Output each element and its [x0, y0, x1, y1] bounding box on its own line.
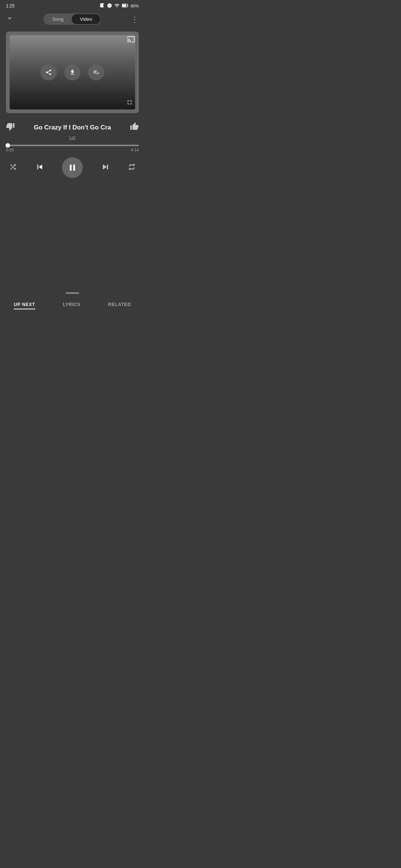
status-time: 1:25	[6, 3, 14, 9]
svg-rect-1	[122, 4, 126, 7]
video-action-buttons	[40, 64, 104, 80]
song-title: Go Crazy If I Don't Go Cra	[18, 124, 127, 131]
battery-icon	[122, 3, 128, 9]
add-to-queue-button[interactable]	[88, 64, 104, 80]
view-toggle: Song Video	[43, 13, 101, 25]
minus-circle-icon	[107, 3, 112, 9]
drawer-handle[interactable]	[66, 292, 79, 294]
more-options-button[interactable]: ⋮	[131, 15, 139, 24]
video-player[interactable]	[6, 32, 139, 113]
song-tab[interactable]: Song	[44, 14, 72, 24]
playback-controls	[0, 152, 145, 183]
progress-bar[interactable]	[6, 145, 139, 146]
artist-name: U2	[0, 135, 145, 145]
current-time: 0:05	[6, 148, 14, 152]
bottom-drawer: UP NEXT LYRICS RELATED	[0, 289, 145, 313]
tab-related[interactable]: RELATED	[108, 300, 131, 309]
progress-section: 0:05 4:14	[0, 145, 145, 152]
progress-thumb[interactable]	[6, 143, 10, 148]
time-labels: 0:05 4:14	[6, 148, 139, 152]
tab-lyrics[interactable]: LYRICS	[63, 300, 81, 309]
download-button[interactable]	[64, 64, 81, 80]
prev-button[interactable]	[35, 162, 45, 174]
status-bar: 1:25 80%	[0, 0, 145, 10]
total-time: 4:14	[131, 148, 139, 152]
share-button[interactable]	[40, 64, 57, 80]
next-button[interactable]	[101, 162, 110, 174]
bell-off-icon	[100, 3, 105, 9]
thumbs-up-button[interactable]	[130, 122, 139, 133]
battery-percent: 80%	[131, 4, 139, 8]
video-tab[interactable]: Video	[72, 14, 100, 24]
cast-icon[interactable]	[127, 35, 135, 45]
repeat-button[interactable]	[128, 163, 136, 173]
collapse-button[interactable]	[6, 14, 13, 24]
pause-button[interactable]	[62, 157, 83, 178]
song-info: Go Crazy If I Don't Go Cra	[0, 117, 145, 135]
tab-up-next[interactable]: UP NEXT	[14, 300, 35, 309]
status-icons: 80%	[100, 3, 139, 9]
thumbs-down-button[interactable]	[6, 122, 15, 133]
svg-rect-2	[127, 5, 128, 7]
wifi-icon	[114, 3, 120, 9]
fullscreen-icon[interactable]	[126, 99, 133, 107]
shuffle-button[interactable]	[9, 163, 17, 173]
header: Song Video ⋮	[0, 10, 145, 28]
bottom-tabs: UP NEXT LYRICS RELATED	[0, 297, 145, 313]
